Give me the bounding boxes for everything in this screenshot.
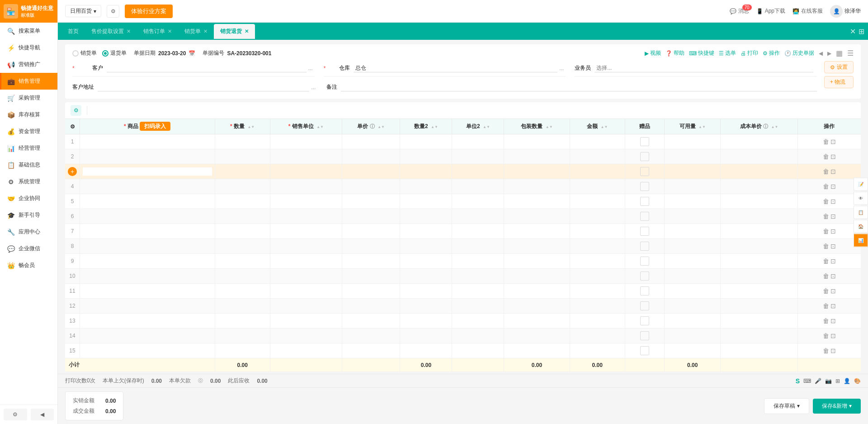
gift-cell[interactable] — [625, 164, 664, 179]
cost-price-cell[interactable] — [721, 164, 797, 179]
pack-qty-cell[interactable] — [504, 194, 570, 209]
module-dropdown[interactable]: 日用百货 ▾ — [65, 5, 101, 17]
gift-checkbox[interactable] — [640, 257, 649, 266]
product-cell[interactable] — [80, 194, 215, 209]
gift-cell[interactable] — [625, 179, 664, 194]
settings-btn[interactable]: ⚙ 设置 — [824, 61, 854, 73]
tab-close-icon[interactable]: ✕ — [203, 29, 208, 34]
sidebar-item-system[interactable]: ⚙ 系统管理 — [0, 173, 57, 190]
quantity2-cell[interactable] — [400, 134, 452, 149]
available-cell[interactable] — [665, 209, 721, 224]
gift-cell[interactable] — [625, 134, 664, 149]
cost-price-cell[interactable] — [721, 179, 797, 194]
delete-icon[interactable]: 🗑 — [823, 287, 829, 295]
sale-unit-cell[interactable] — [270, 209, 342, 224]
unit2-cell[interactable] — [452, 209, 504, 224]
cost-price-cell[interactable] — [721, 209, 797, 224]
quantity-cell[interactable] — [215, 194, 270, 209]
logistics-btn[interactable]: + 物流 — [824, 76, 854, 88]
gift-cell[interactable] — [625, 209, 664, 224]
toolbar-settings-btn[interactable]: ⚙ — [71, 105, 81, 116]
quantity-cell[interactable] — [215, 314, 270, 329]
product-cell[interactable] — [80, 149, 215, 164]
gift-checkbox[interactable] — [640, 167, 649, 176]
copy-icon[interactable]: ⊡ — [830, 228, 836, 235]
unit-price-cell[interactable] — [342, 254, 400, 269]
quantity-cell[interactable] — [215, 343, 270, 358]
unit2-cell[interactable] — [452, 224, 504, 239]
cost-price-cell[interactable] — [721, 314, 797, 329]
gift-checkbox[interactable] — [640, 272, 649, 281]
gift-checkbox[interactable] — [640, 331, 649, 340]
sidebar-item-basics[interactable]: 📋 基础信息 — [0, 157, 57, 173]
delete-icon[interactable]: 🗑 — [823, 257, 829, 265]
unit-price-cell[interactable] — [342, 239, 400, 254]
gift-checkbox[interactable] — [640, 346, 649, 355]
quantity-cell[interactable] — [215, 224, 270, 239]
grid-view-btn[interactable]: ▦ — [836, 49, 843, 57]
cost-price-cell[interactable] — [721, 269, 797, 284]
quantity2-cell[interactable] — [400, 284, 452, 299]
unit2-cell[interactable] — [452, 179, 504, 194]
tab-sales-order[interactable]: 销售订单 ✕ — [137, 24, 178, 39]
gift-cell[interactable] — [625, 299, 664, 314]
amount-cell[interactable] — [570, 194, 625, 209]
unit2-cell[interactable] — [452, 254, 504, 269]
tab-home[interactable]: 首页 — [61, 24, 85, 39]
gift-cell[interactable] — [625, 149, 664, 164]
amount-cell[interactable] — [570, 149, 625, 164]
pack-qty-cell[interactable] — [504, 343, 570, 358]
quantity-cell[interactable] — [215, 254, 270, 269]
message-btn[interactable]: 💬 70 消息 — [730, 7, 749, 15]
radio-return[interactable]: 退货单 — [102, 49, 127, 57]
tab-close-icon[interactable]: ✕ — [245, 29, 249, 34]
sale-unit-sort-icon[interactable]: ▲▼ — [316, 125, 324, 129]
delete-icon[interactable]: 🗑 — [823, 228, 829, 235]
pack-qty-cell[interactable] — [504, 164, 570, 179]
available-cell[interactable] — [665, 329, 721, 343]
available-cell[interactable] — [665, 269, 721, 284]
unit-price-cell[interactable] — [342, 343, 400, 358]
amount-cell[interactable] — [570, 314, 625, 329]
trial-btn[interactable]: 体验行业方案 — [125, 5, 173, 18]
amount-cell[interactable] — [570, 209, 625, 224]
pack-qty-cell[interactable] — [504, 179, 570, 194]
unit2-cell[interactable] — [452, 284, 504, 299]
quantity2-cell[interactable] — [400, 179, 452, 194]
product-cell[interactable] — [80, 164, 215, 179]
quantity2-cell[interactable] — [400, 329, 452, 343]
gift-cell[interactable] — [625, 224, 664, 239]
delete-icon[interactable]: 🗑 — [823, 168, 829, 175]
copy-icon[interactable]: ⊡ — [830, 257, 836, 265]
restore-tab-btn[interactable]: ⊞ — [859, 27, 864, 36]
available-cell[interactable] — [665, 224, 721, 239]
gift-checkbox[interactable] — [640, 286, 649, 295]
app-download-btn[interactable]: 📱 App下载 — [756, 7, 785, 15]
quantity2-cell[interactable] — [400, 254, 452, 269]
customer-dots-btn[interactable]: ... — [307, 65, 315, 71]
pack-qty-cell[interactable] — [504, 284, 570, 299]
quantity-cell[interactable] — [215, 164, 270, 179]
available-cell[interactable] — [665, 164, 721, 179]
product-cell[interactable] — [80, 179, 215, 194]
gift-checkbox[interactable] — [640, 227, 649, 236]
available-cell[interactable] — [665, 284, 721, 299]
unit-price-cell[interactable] — [342, 149, 400, 164]
unit-price-cell[interactable] — [342, 299, 400, 314]
gift-cell[interactable] — [625, 284, 664, 299]
tab-sales[interactable]: 销货单 ✕ — [178, 24, 214, 39]
sidebar-item-inventory[interactable]: 📦 库存核算 — [0, 106, 57, 123]
product-cell[interactable] — [80, 314, 215, 329]
pack-qty-cell[interactable] — [504, 329, 570, 343]
quantity-cell[interactable] — [215, 134, 270, 149]
delete-icon[interactable]: 🗑 — [823, 302, 829, 310]
save-new-btn[interactable]: 保存&新增 ▾ — [813, 399, 861, 414]
amount-cell[interactable] — [570, 299, 625, 314]
gift-cell[interactable] — [625, 254, 664, 269]
sale-unit-cell[interactable] — [270, 179, 342, 194]
quantity-cell[interactable] — [215, 329, 270, 343]
barcode-btn[interactable]: 扫码录入 — [140, 122, 170, 131]
unit2-cell[interactable] — [452, 134, 504, 149]
available-cell[interactable] — [665, 343, 721, 358]
available-cell[interactable] — [665, 239, 721, 254]
